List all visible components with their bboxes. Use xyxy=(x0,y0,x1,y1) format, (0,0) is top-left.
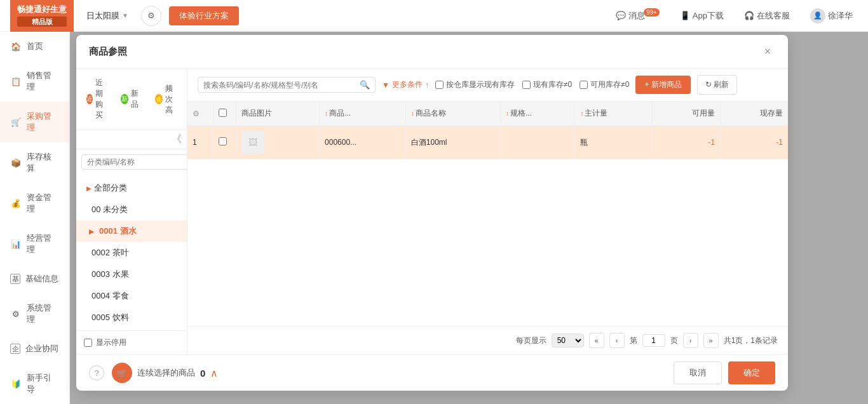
column-settings-icon[interactable]: ⚙ xyxy=(193,109,200,118)
tab-frequent[interactable]: ⭐ 频次高 xyxy=(150,74,182,125)
page-prev-btn[interactable]: ‹ xyxy=(609,333,625,348)
th-unit: ↕ 主计量 xyxy=(575,102,652,126)
sidebar-item-inventory[interactable]: 📦 库存核算 xyxy=(0,142,69,183)
category-tabs: 近 近期购买 新 新品 ⭐ 频次高 xyxy=(76,69,187,130)
tab-recent-purchase[interactable]: 近 近期购买 xyxy=(81,74,113,125)
modal-dialog: 商品参照 × 近 近期购买 新 新品 ⭐ 频次高 《 xyxy=(76,35,788,391)
search-icon[interactable]: 🔍 xyxy=(360,80,370,90)
nav-right: 💬 消息 99+ 📱 App下载 🎧 在线客服 👤 徐泽华 xyxy=(611,6,858,26)
tab-recent-label: 近期购买 xyxy=(95,77,108,121)
cat-item-beverage[interactable]: 0005 饮料 xyxy=(76,307,187,328)
online-service-btn[interactable]: 🎧 在线客服 xyxy=(739,8,795,24)
checkbox-warehouse[interactable] xyxy=(435,81,444,89)
user-avatar-icon: 👤 xyxy=(810,8,825,24)
message-btn[interactable]: 💬 消息 99+ xyxy=(611,8,665,24)
checkbox-filters: 按仓库显示现有库存 现有库存≠0 可用库存≠0 xyxy=(435,79,630,90)
app-download-btn[interactable]: 📱 App下载 xyxy=(675,8,729,24)
search-bar: 🔍 ▼ 更多条件 ↑ 按仓库显示现有库存 现有库存≠0 xyxy=(187,69,788,102)
sidebar-item-manage[interactable]: 📊 经营管理 xyxy=(0,224,69,264)
cart-collapse-btn[interactable]: ∧ xyxy=(210,367,218,379)
sidebar-item-sales[interactable]: 📋 销售管理 xyxy=(0,61,69,102)
th-settings: ⚙ xyxy=(187,102,213,126)
nav-dropdown[interactable]: 日太阳膜 ▼ xyxy=(81,8,133,24)
confirm-btn[interactable]: 确定 xyxy=(728,361,775,384)
sidebar-item-home[interactable]: 🏠 首页 xyxy=(0,32,69,61)
page-number-input[interactable] xyxy=(642,334,665,347)
show-disabled-checkbox[interactable] xyxy=(84,339,92,347)
checkbox-warehouse-label[interactable]: 按仓库显示现有库存 xyxy=(435,79,515,90)
per-page-select[interactable]: 50 100 200 xyxy=(552,333,584,347)
modal-footer: ? 🛒 连续选择的商品 0 ∧ 取消 确定 xyxy=(76,354,788,391)
cat-item-liquor[interactable]: ▶ 0001 酒水 xyxy=(76,220,187,242)
category-search: 🔍 xyxy=(76,149,187,175)
info-icon: 基 xyxy=(10,274,20,284)
recent-icon: 近 xyxy=(86,94,93,104)
sidebar-item-system[interactable]: ⚙ 系统管理 xyxy=(0,293,69,334)
filter-more-btn[interactable]: ▼ 更多条件 ↑ xyxy=(382,79,429,90)
help-icon[interactable]: ? xyxy=(89,365,104,380)
tab-new-label: 新品 xyxy=(131,88,142,110)
cancel-btn[interactable]: 取消 xyxy=(674,361,722,384)
cat-item-all[interactable]: ▶ 全部分类 xyxy=(76,177,187,199)
refresh-btn[interactable]: ↻ 刷新 xyxy=(697,75,737,95)
tab-new-products[interactable]: 新 新品 xyxy=(116,74,147,125)
table-row[interactable]: 1 🖼 000600... 白酒100ml xyxy=(187,126,788,159)
cart-area: 🛒 连续选择的商品 0 ∧ xyxy=(112,363,218,383)
cat-item-uncategorized[interactable]: 00 未分类 xyxy=(76,199,187,220)
select-all-checkbox[interactable] xyxy=(219,109,227,117)
sort-icon2: ↕ xyxy=(411,110,414,117)
page-label2: 页 xyxy=(670,335,678,346)
td-index: 1 xyxy=(187,126,213,159)
cat-item-snack[interactable]: 0004 零食 xyxy=(76,285,187,307)
add-product-btn[interactable]: + 新增商品 xyxy=(635,76,690,94)
inventory-icon: 📦 xyxy=(10,157,22,168)
experience-btn[interactable]: 体验行业方案 xyxy=(169,6,239,25)
sidebar-item-purchase[interactable]: 🛒 采购管理 xyxy=(0,102,69,142)
show-disabled-area: 显示停用 xyxy=(76,330,187,354)
nav-dropdown-text: 日太阳膜 xyxy=(86,10,119,22)
refresh-icon: ↻ xyxy=(705,80,712,89)
category-search-input[interactable] xyxy=(81,154,187,170)
product-search-input[interactable] xyxy=(203,81,360,90)
logo: 畅捷通好生意 精品版 xyxy=(10,0,74,32)
sort-icon: ↕ xyxy=(325,110,328,117)
category-list: ▶ 全部分类 00 未分类 ▶ 0001 酒水 0002 茶叶 0003 水果 xyxy=(76,175,187,330)
message-label: 消息 xyxy=(628,10,645,22)
cat-item-tea[interactable]: 0002 茶叶 xyxy=(76,242,187,264)
th-checkbox xyxy=(213,102,236,126)
page-next-btn[interactable]: › xyxy=(683,333,698,348)
sidebar-item-info[interactable]: 基 基础信息 xyxy=(0,264,69,293)
cat-item-fruit[interactable]: 0003 水果 xyxy=(76,264,187,285)
page-first-btn[interactable]: « xyxy=(589,333,604,348)
total-text: 共1页，1条记录 xyxy=(724,335,778,346)
page-last-btn[interactable]: » xyxy=(703,333,719,348)
modal-close-btn[interactable]: × xyxy=(760,44,775,59)
checkbox-available-text: 现有库存≠0 xyxy=(533,79,572,90)
fund-icon: 💰 xyxy=(10,198,22,209)
settings-icon[interactable]: ⚙ xyxy=(141,6,161,26)
cart-icon-btn[interactable]: 🛒 xyxy=(112,363,132,383)
checkbox-usable-label[interactable]: 可用库存≠0 xyxy=(580,79,629,90)
sidebar-item-collab[interactable]: 企 企业协同 xyxy=(0,334,69,363)
show-disabled-label: 显示停用 xyxy=(96,337,126,348)
sidebar-item-fund[interactable]: 💰 资金管理 xyxy=(0,183,69,224)
purchase-icon: 🛒 xyxy=(10,116,22,128)
tab-frequent-label: 频次高 xyxy=(165,83,177,116)
category-panel: 近 近期购买 新 新品 ⭐ 频次高 《 🔍 xyxy=(76,69,187,354)
sort-icon3: ↕ xyxy=(506,110,509,117)
row-checkbox[interactable] xyxy=(219,137,227,145)
sidebar-label-purchase: 采购管理 xyxy=(27,111,59,133)
checkbox-usable[interactable] xyxy=(580,81,588,89)
headset-icon: 🎧 xyxy=(744,11,754,20)
checkbox-available-label[interactable]: 现有库存≠0 xyxy=(522,79,572,90)
collapse-category-btn[interactable]: 《 xyxy=(172,133,182,146)
cat-label-liquor: 0001 酒水 xyxy=(99,226,137,237)
th-code: ↕ 商品... xyxy=(320,102,406,126)
sales-icon: 📋 xyxy=(10,76,22,87)
filter-arrow-icon: ↑ xyxy=(425,81,429,90)
modal-body: 近 近期购买 新 新品 ⭐ 频次高 《 🔍 xyxy=(76,69,788,354)
per-page-label: 每页显示 xyxy=(516,335,546,346)
checkbox-available[interactable] xyxy=(522,81,531,89)
user-btn[interactable]: 👤 徐泽华 xyxy=(805,6,858,26)
sidebar-item-guide[interactable]: 🔰 新手引导 xyxy=(0,363,69,404)
